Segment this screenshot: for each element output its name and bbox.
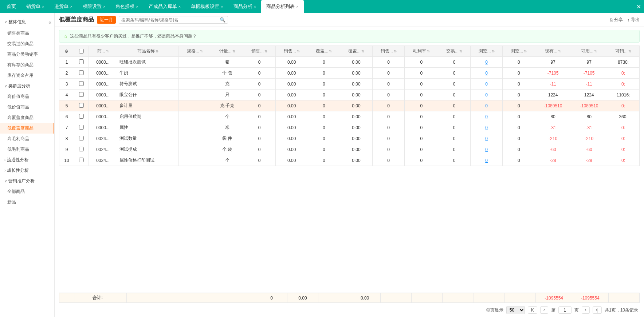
col-name[interactable]: 商品名称⇅ [117,46,178,57]
period-button[interactable]: 近一月 [97,16,116,24]
close-icon[interactable]: × [136,4,138,9]
sidebar-item-high-profit[interactable]: 高毛利商品 [0,134,54,144]
sidebar-item-inventory-goods[interactable]: 有库存的商品 [0,60,54,70]
col-saleable[interactable]: 可销...⇅ [607,46,640,57]
close-icon[interactable]: × [42,4,44,9]
close-icon[interactable]: × [70,4,72,9]
sidebar-item-category-rate[interactable]: 商品分类动销率 [0,49,54,60]
row-browse1[interactable]: 0 [470,79,503,90]
row-checkbox-input[interactable] [79,59,84,64]
row-checkbox[interactable] [74,57,89,68]
nav-tab-home[interactable]: 首页 [1,0,21,13]
col-cover2[interactable]: 覆盖...⇅ [340,46,373,57]
row-checkbox-input[interactable] [79,147,84,151]
col-unit[interactable]: 计量...⇅ [211,46,243,57]
sidebar-section-overall[interactable]: ∨ 整体信息 [3,17,27,27]
sidebar-item-low-coverage[interactable]: 低覆盖度商品 [0,123,54,134]
page-size-select[interactable]: 50 20 100 200 [506,306,525,314]
sidebar-item-capital-usage[interactable]: 库存资金占用 [0,70,54,81]
sidebar-section-circulation[interactable]: › 流通性分析 [0,155,54,165]
nav-tab-roles[interactable]: 角色授权 × [110,0,143,13]
row-checkbox-input[interactable] [79,125,84,130]
col-sales-amt[interactable]: 销售...⇅ [275,46,308,57]
share-button[interactable]: ⎘ 分享 [610,17,623,23]
sidebar-item-new-goods[interactable]: 新品 [0,197,54,207]
row-browse2: 0 [503,122,535,133]
row-checkbox-input[interactable] [79,158,84,162]
row-checkbox[interactable] [74,155,89,166]
page-input[interactable] [558,306,572,314]
row-checkbox[interactable] [74,122,89,133]
row-checkbox-input[interactable] [79,103,84,108]
close-icon[interactable]: × [254,4,256,9]
sidebar-item-low-value[interactable]: 低价值商品 [0,102,54,112]
sidebar-section-group[interactable]: ∨ 类群度分析 [0,81,54,91]
col-current[interactable]: 现有...⇅ [535,46,571,57]
row-browse1[interactable]: 0 [470,90,503,100]
row-browse1[interactable]: 0 [470,155,503,166]
col-checkbox[interactable] [74,46,89,57]
row-browse1[interactable]: 0 [470,144,503,155]
sidebar-item-all-goods[interactable]: 全部商品 [0,186,54,197]
sidebar-item-low-profit[interactable]: 低毛利商品 [0,144,54,155]
row-checkbox[interactable] [74,90,89,100]
col-cover1[interactable]: 覆盖...⇅ [308,46,340,57]
close-icon[interactable]: × [103,4,105,9]
row-checkbox[interactable] [74,133,89,144]
sidebar-item-high-coverage[interactable]: 高覆盖度商品 [0,112,54,123]
row-checkbox-input[interactable] [79,92,84,97]
sidebar-item-sales-goods[interactable]: 销售类商品 [0,28,54,39]
close-icon[interactable]: × [178,4,181,9]
sidebar-item-high-value[interactable]: 高价值商品 [0,91,54,102]
col-settings[interactable]: ⚙ [59,46,74,57]
col-browse1[interactable]: 浏览...⇅ [470,46,503,57]
row-browse1[interactable]: 0 [470,122,503,133]
col-sales-qty[interactable]: 销售...⇅ [243,46,276,57]
row-checkbox[interactable] [74,79,89,90]
nav-tab-sales[interactable]: 销货单 × [21,0,49,13]
row-checkbox[interactable] [74,100,89,111]
row-browse1[interactable]: 0 [470,100,503,111]
row-checkbox-input[interactable] [79,136,84,140]
row-browse1[interactable]: 0 [470,68,503,79]
search-input[interactable] [121,17,218,23]
chevron-right-icon: › [4,169,5,173]
row-checkbox[interactable] [74,144,89,155]
col-trade[interactable]: 交易...⇅ [438,46,471,57]
col-available[interactable]: 可用...⇅ [571,46,607,57]
nav-tab-purchase[interactable]: 进货单 × [49,0,77,13]
row-browse1[interactable]: 0 [470,133,503,144]
sidebar-section-marketing[interactable]: ∨ 营销推广分析 [0,176,54,186]
row-checkbox-input[interactable] [79,114,84,119]
sidebar-section-growth[interactable]: › 成长性分析 [0,165,54,176]
row-checkbox[interactable] [74,111,89,122]
row-browse1[interactable]: 0 [470,57,503,68]
next-page-button[interactable]: › [582,306,590,314]
col-code[interactable]: 商...⇅ [89,46,117,57]
close-icon[interactable]: × [296,4,298,9]
export-button[interactable]: ↑ 导出 [627,17,640,23]
sidebar-collapse-button[interactable]: « [48,19,51,25]
prev-page-button[interactable]: ‹ [540,306,548,314]
nav-tab-template[interactable]: 单据模板设置 × [186,0,228,13]
nav-tab-analysis[interactable]: 商品分析 × [228,0,261,13]
nav-tab-analysis-list[interactable]: 商品分析列表 × [261,0,303,13]
row-checkbox-input[interactable] [79,70,84,75]
first-page-button[interactable]: K [528,306,537,314]
row-browse1[interactable]: 0 [470,111,503,122]
window-close-button[interactable]: ✕ [636,3,641,10]
row-cover2: 0.00 [340,79,373,90]
sidebar-item-traded-goods[interactable]: 交易过的商品 [0,39,54,49]
col-spec[interactable]: 规格...⇅ [179,46,211,57]
close-icon[interactable]: × [221,4,223,9]
row-name: 测试提成 [117,144,178,155]
last-page-button[interactable]: ›| [593,306,602,314]
nav-tab-warehouse[interactable]: 产成品入库单 × [144,0,186,13]
row-checkbox[interactable] [74,68,89,79]
nav-tab-permissions[interactable]: 权限设置 × [78,0,110,13]
select-all-checkbox[interactable] [79,49,84,54]
col-browse2[interactable]: 浏览...⇅ [503,46,535,57]
col-sales3[interactable]: 销售...⇅ [372,46,405,57]
col-gross-rate[interactable]: 毛利率⇅ [405,46,438,57]
row-checkbox-input[interactable] [79,81,84,86]
